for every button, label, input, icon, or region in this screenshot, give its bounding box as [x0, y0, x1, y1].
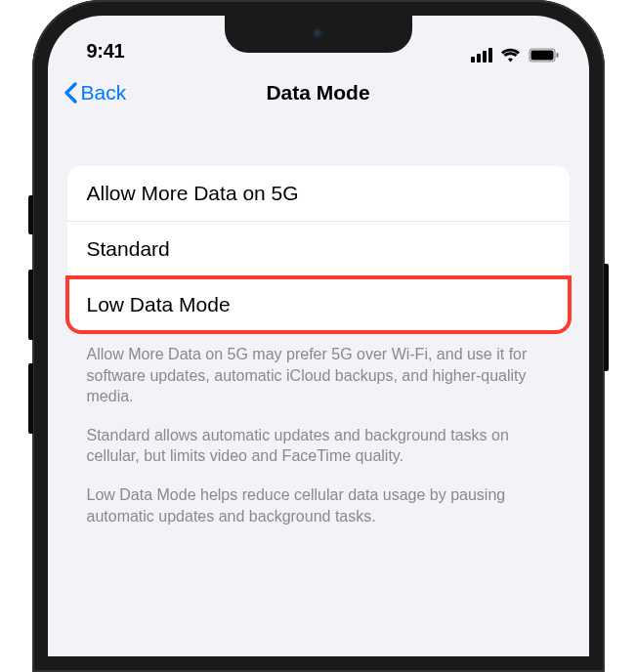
footer-para-standard: Standard allows automatic updates and ba…	[87, 425, 550, 467]
option-low-data-mode[interactable]: Low Data Mode	[67, 277, 570, 332]
option-label: Low Data Mode	[87, 293, 231, 315]
content-area: Allow More Data on 5G Standard Low Data …	[48, 119, 589, 526]
option-allow-more-data-5g[interactable]: Allow More Data on 5G	[67, 166, 570, 222]
footer-para-5g: Allow More Data on 5G may prefer 5G over…	[87, 344, 550, 407]
option-label: Standard	[87, 237, 170, 260]
hardware-buttons-right	[604, 264, 609, 371]
svg-rect-2	[556, 53, 558, 58]
device-notch	[225, 16, 412, 53]
footer-description: Allow More Data on 5G may prefer 5G over…	[67, 332, 570, 526]
battery-icon	[529, 48, 560, 63]
back-button[interactable]: Back	[64, 81, 127, 105]
cellular-signal-icon	[471, 48, 492, 63]
chevron-left-icon	[64, 82, 77, 104]
data-mode-options: Allow More Data on 5G Standard Low Data …	[67, 166, 570, 332]
back-label: Back	[81, 81, 127, 105]
svg-rect-1	[530, 51, 553, 61]
option-label: Allow More Data on 5G	[87, 182, 299, 204]
option-standard[interactable]: Standard	[67, 222, 570, 277]
page-title: Data Mode	[266, 81, 369, 105]
wifi-icon	[500, 48, 521, 63]
status-time: 9:41	[87, 40, 125, 63]
navigation-bar: Back Data Mode	[48, 66, 589, 119]
hardware-buttons-left	[28, 195, 33, 457]
footer-para-low-data: Low Data Mode helps reduce cellular data…	[87, 484, 550, 526]
phone-frame: 9:41 Back Data Mod	[32, 0, 605, 672]
